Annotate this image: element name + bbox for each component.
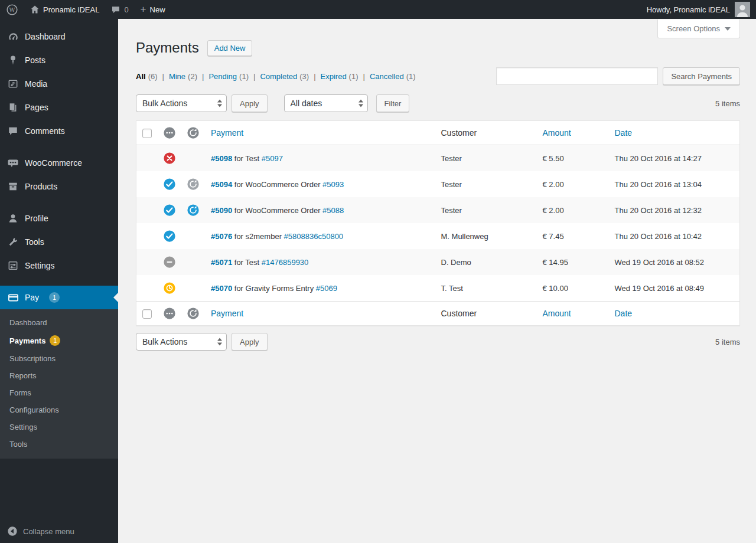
sidebar-item-comments[interactable]: Comments [0, 119, 118, 143]
payment-link[interactable]: #5076 for s2member #5808836c50800 [211, 232, 343, 241]
submenu-item-label: Dashboard [9, 318, 47, 327]
dates-filter-value: All dates [291, 99, 322, 108]
sort-date-column[interactable]: Date [615, 128, 633, 138]
submenu-item-tools[interactable]: Tools [0, 436, 118, 453]
select-arrows-icon [359, 100, 363, 107]
status-completed-icon [160, 204, 179, 217]
collapse-label: Collapse menu [23, 527, 74, 536]
view-count: (1) [349, 72, 359, 81]
payment-link[interactable]: #5071 for Test #1476859930 [211, 258, 308, 267]
select-all-checkbox[interactable] [142, 309, 152, 319]
view-count: (1) [406, 72, 416, 81]
submenu-item-label: Configurations [9, 405, 59, 414]
status-column-icon[interactable] [160, 126, 179, 139]
sidebar-item-settings[interactable]: Settings [0, 254, 118, 277]
sort-payment-column[interactable]: Payment [211, 128, 243, 138]
view-all[interactable]: All(6) [136, 72, 158, 81]
person-icon [7, 212, 19, 224]
payment-link[interactable]: #5090 for WooCommerce Order #5088 [211, 206, 344, 215]
customer-cell: Tester [435, 145, 537, 172]
status-expired-icon [160, 256, 179, 269]
submenu-item-subscriptions[interactable]: Subscriptions [0, 350, 118, 367]
select-all-checkbox[interactable] [142, 129, 152, 138]
my-account-menu[interactable]: Howdy, Pronamic iDEAL [641, 0, 756, 19]
new-content-menu[interactable]: + New [135, 0, 171, 19]
view-count: (3) [299, 72, 309, 81]
customer-cell: Tester [435, 197, 537, 223]
view-cancelled[interactable]: Cancelled(1) [359, 72, 416, 81]
recurring-column-icon[interactable] [184, 126, 203, 139]
submenu-item-configurations[interactable]: Configurations [0, 401, 118, 418]
avatar [735, 2, 750, 17]
sort-payment-column[interactable]: Payment [211, 309, 243, 318]
filter-views: All(6) Mine(2) Pending(1) Completed(3) E… [136, 72, 416, 81]
sidebar-item-pay[interactable]: Pay 1 [0, 286, 118, 309]
sidebar-item-pages[interactable]: Pages [0, 96, 118, 119]
bulk-actions-select-bottom[interactable]: Bulk Actions [136, 333, 227, 351]
payment-link[interactable]: #5094 for WooCommerce Order #5093 [211, 180, 344, 189]
recurring-active-icon [184, 204, 203, 217]
sidebar-item-dashboard[interactable]: Dashboard [0, 25, 118, 48]
search-payments-button[interactable]: Search Payments [663, 67, 740, 85]
dates-filter-select[interactable]: All dates [284, 94, 368, 112]
payment-source: for Test [234, 258, 259, 267]
submenu-item-settings[interactable]: Settings [0, 418, 118, 436]
status-column-icon[interactable] [160, 307, 179, 320]
sidebar-item-media[interactable]: Media [0, 72, 118, 96]
apply-button-bottom[interactable]: Apply [232, 333, 268, 351]
submenu-item-payments[interactable]: Payments 1 [0, 331, 118, 350]
submenu-item-dashboard[interactable]: Dashboard [0, 314, 118, 331]
table-header-row: Payment Customer Amount Date [136, 121, 740, 145]
amount-cell: € 10.00 [537, 275, 609, 302]
sidebar-item-posts[interactable]: Posts [0, 48, 118, 72]
view-expired[interactable]: Expired(1) [309, 72, 358, 81]
view-count: (1) [239, 72, 249, 81]
settings-icon [7, 260, 19, 272]
customer-column-label: Customer [441, 309, 477, 318]
wordpress-menu[interactable]: W [0, 0, 24, 19]
collapse-menu-button[interactable]: Collapse menu [0, 519, 118, 543]
status-cancelled-icon [160, 152, 179, 165]
bulk-actions-select[interactable]: Bulk Actions [136, 94, 227, 112]
view-completed[interactable]: Completed(3) [249, 72, 309, 81]
add-new-button[interactable]: Add New [207, 40, 253, 56]
submenu-item-reports[interactable]: Reports [0, 367, 118, 384]
sidebar-item-products[interactable]: Products [0, 175, 118, 198]
search-input[interactable] [496, 67, 658, 85]
comments-menu[interactable]: 0 [105, 0, 134, 19]
status-pending-icon [160, 282, 179, 295]
sidebar-item-label: Posts [25, 55, 45, 65]
recurring-column-icon[interactable] [184, 307, 203, 320]
submenu-item-label: Settings [9, 423, 37, 431]
payment-link[interactable]: #5070 for Gravity Forms Entry #5069 [211, 284, 337, 293]
customer-cell: T. Test [435, 275, 537, 302]
payments-table: Payment Customer Amount Date #5098 for T… [136, 120, 740, 326]
page-title: Payments [136, 39, 199, 57]
sidebar-item-woocommerce[interactable]: WooCommerce [0, 151, 118, 175]
sort-amount-column[interactable]: Amount [543, 128, 571, 138]
collapse-arrow-icon [7, 526, 18, 537]
sort-date-column[interactable]: Date [615, 309, 633, 318]
sort-amount-column[interactable]: Amount [543, 309, 571, 318]
submenu-item-label: Reports [9, 371, 37, 380]
submenu-item-label: Tools [9, 440, 27, 449]
view-count: (2) [188, 72, 197, 81]
payment-link[interactable]: #5098 for Test #5097 [211, 154, 283, 163]
screen-options-tab[interactable]: Screen Options [657, 19, 740, 38]
sidebar-item-tools[interactable]: Tools [0, 230, 118, 254]
view-mine[interactable]: Mine(2) [158, 72, 197, 81]
select-arrows-icon [217, 338, 222, 346]
sidebar-item-label: Comments [25, 126, 65, 136]
submenu-item-label: Subscriptions [9, 354, 56, 363]
sidebar-item-profile[interactable]: Profile [0, 207, 118, 230]
payment-source-id: #5069 [316, 284, 337, 293]
submenu-item-forms[interactable]: Forms [0, 384, 118, 401]
site-name-menu[interactable]: Pronamic iDEAL [24, 0, 105, 19]
view-label: Pending [208, 72, 237, 81]
apply-button[interactable]: Apply [232, 94, 268, 112]
customer-cell: Tester [435, 171, 537, 197]
filter-button[interactable]: Filter [376, 94, 410, 112]
view-pending[interactable]: Pending(1) [197, 72, 249, 81]
page-header: Payments Add New [136, 39, 740, 57]
payment-card-icon [7, 292, 19, 303]
